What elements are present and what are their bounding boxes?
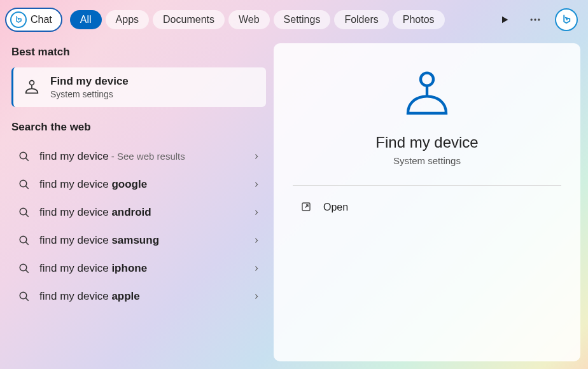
web-result-text: find my device android	[39, 206, 244, 219]
divider	[293, 185, 561, 186]
web-result[interactable]: find my device android	[11, 198, 266, 226]
web-result-text: find my device iphone	[39, 262, 244, 275]
search-icon	[18, 290, 31, 303]
search-icon	[18, 206, 31, 219]
open-label: Open	[323, 202, 348, 213]
filter-tab-web[interactable]: Web	[228, 10, 270, 29]
svg-point-8	[20, 264, 27, 271]
best-match-title: Find my device	[50, 75, 129, 88]
top-right-controls	[494, 8, 583, 31]
svg-point-1	[534, 18, 536, 20]
play-button[interactable]	[494, 9, 515, 31]
chevron-right-icon	[253, 179, 260, 190]
web-result-text: find my device - See web results	[39, 150, 244, 163]
svg-point-5	[20, 180, 27, 187]
best-match-header: Best match	[11, 46, 266, 59]
filter-tab-all[interactable]: All	[70, 10, 102, 29]
filter-tab-photos[interactable]: Photos	[393, 10, 445, 29]
chevron-right-icon	[253, 235, 260, 246]
svg-point-0	[531, 18, 533, 20]
chevron-right-icon	[253, 291, 260, 302]
chevron-right-icon	[253, 151, 260, 162]
web-result[interactable]: find my device samsung	[11, 226, 266, 254]
web-results-list: find my device - See web resultsfind my …	[11, 143, 266, 310]
find-device-icon	[402, 69, 452, 120]
filter-tab-apps[interactable]: Apps	[106, 10, 149, 29]
svg-point-4	[20, 152, 27, 159]
svg-point-10	[421, 73, 433, 86]
web-result-text: find my device samsung	[39, 234, 244, 247]
detail-subtitle: System settings	[393, 155, 461, 166]
location-settings-icon	[22, 78, 41, 97]
web-result[interactable]: find my device iphone	[11, 254, 266, 282]
web-result[interactable]: find my device apple	[11, 282, 266, 310]
svg-point-3	[30, 81, 34, 85]
svg-point-6	[20, 208, 27, 215]
search-icon	[18, 150, 31, 163]
chevron-right-icon	[253, 207, 260, 218]
web-result[interactable]: find my device - See web results	[11, 143, 266, 171]
open-action[interactable]: Open	[293, 197, 561, 218]
open-icon	[300, 201, 313, 214]
top-bar: Chat AllAppsDocumentsWebSettingsFoldersP…	[0, 0, 588, 39]
results-panel: Best match Find my device System setting…	[0, 39, 272, 369]
svg-point-9	[20, 292, 27, 299]
bing-logo-icon[interactable]	[555, 8, 578, 31]
filter-tab-folders[interactable]: Folders	[334, 10, 388, 29]
filter-tab-settings[interactable]: Settings	[274, 10, 331, 29]
content-area: Best match Find my device System setting…	[0, 39, 588, 369]
best-match-text: Find my device System settings	[50, 75, 129, 99]
filter-tab-documents[interactable]: Documents	[153, 10, 225, 29]
chat-button[interactable]: Chat	[5, 8, 62, 32]
best-match-subtitle: System settings	[50, 89, 129, 99]
search-icon	[18, 234, 31, 247]
chat-label: Chat	[31, 14, 52, 25]
search-icon	[18, 262, 31, 275]
best-match-result[interactable]: Find my device System settings	[11, 67, 266, 107]
search-web-header: Search the web	[11, 121, 266, 134]
bing-chat-icon	[10, 11, 27, 28]
detail-title: Find my device	[375, 134, 478, 151]
web-result[interactable]: find my device google	[11, 171, 266, 198]
filter-tabs: AllAppsDocumentsWebSettingsFoldersPhotos	[70, 10, 445, 29]
chevron-right-icon	[253, 263, 260, 274]
detail-panel: Find my device System settings Open	[274, 43, 580, 361]
web-result-text: find my device apple	[39, 290, 244, 303]
more-button[interactable]	[524, 9, 546, 31]
svg-point-7	[20, 236, 27, 243]
svg-point-2	[538, 18, 540, 20]
web-result-text: find my device google	[39, 178, 244, 191]
search-icon	[18, 178, 31, 191]
